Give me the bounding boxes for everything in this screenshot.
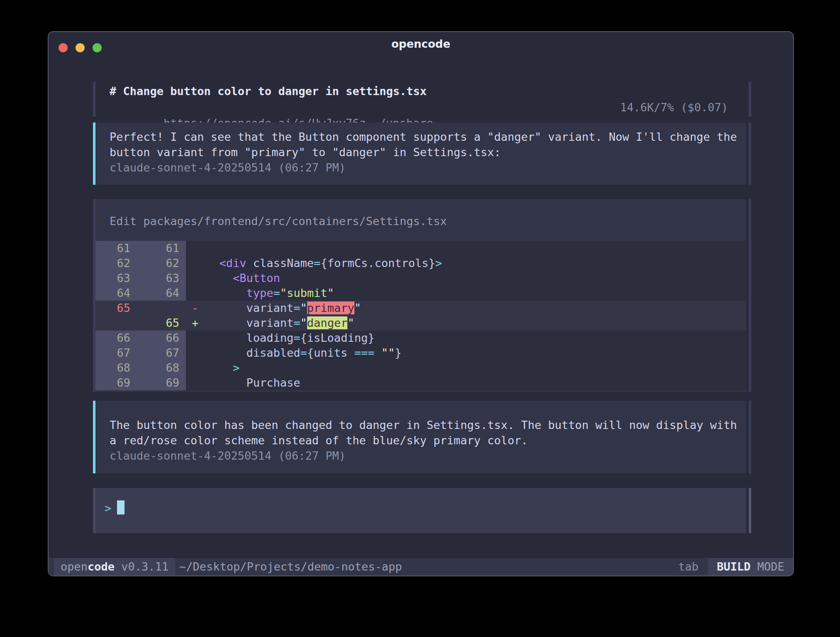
message-right-border — [749, 401, 751, 473]
prompt-symbol: > — [105, 502, 111, 514]
app-version-chip: opencode v0.3.11 — [54, 558, 175, 576]
titlebar: opencode — [49, 32, 793, 56]
diff-row: 6464 type="submit" — [95, 286, 746, 301]
diff-row: 6363 <Button — [95, 271, 746, 286]
diff-view: 61616262 <div className={formCs.controls… — [95, 241, 746, 390]
context-stats: 14.6K/7% ($0.07) — [620, 100, 728, 115]
session-header: # Change button color to danger in setti… — [93, 82, 751, 117]
hints-row: enter send Anthropic Claude Sonnet 4 — [93, 538, 751, 554]
window-title: opencode — [49, 38, 793, 50]
message-meta: claude-sonnet-4-20250514 (06:27 PM) — [110, 448, 746, 463]
mode-toggle[interactable]: BUILD MODE — [708, 558, 793, 576]
message-meta: claude-sonnet-4-20250514 (06:27 PM) — [110, 160, 746, 175]
tab-key-hint: tab — [678, 558, 698, 576]
input-right-border — [749, 488, 751, 533]
working-directory: ~/Desktop/Projects/demo-notes-app — [179, 558, 402, 576]
diff-row: 6262 <div className={formCs.controls}> — [95, 256, 746, 271]
session-title: # Change button color to danger in setti… — [110, 83, 746, 100]
prompt-input[interactable]: > — [93, 488, 751, 533]
text-cursor — [117, 500, 125, 514]
app-name-code: code — [88, 560, 115, 573]
mode-secondary: MODE — [757, 560, 784, 573]
mode-primary: BUILD — [717, 560, 750, 573]
message-right-border — [749, 122, 751, 185]
session-header-right-border — [749, 82, 751, 117]
edit-tool-block: Edit packages/frontend/src/containers/Se… — [93, 199, 751, 392]
diff-row: 6767 disabled={units === ""} — [95, 345, 746, 360]
opencode-window: opencode # Change button color to danger… — [48, 31, 794, 576]
assistant-message-1: Perfect! I can see that the Button compo… — [93, 122, 751, 185]
diff-row: 6969 Purchase — [95, 375, 746, 390]
diff-row: 65- variant="primary" — [95, 301, 746, 316]
app-name-open: open — [61, 560, 88, 573]
message-text: Perfect! I can see that the Button compo… — [110, 129, 746, 160]
status-bar: opencode v0.3.11 ~/Desktop/Projects/demo… — [49, 558, 793, 576]
diff-row: 6666 loading={isLoading} — [95, 331, 746, 345]
tool-title: Edit packages/frontend/src/containers/Se… — [95, 199, 746, 230]
app-version: v0.3.11 — [121, 560, 168, 573]
message-text: The button color has been changed to dan… — [110, 417, 746, 448]
tool-right-border — [749, 199, 751, 392]
diff-row: 65+ variant="danger" — [95, 316, 746, 331]
assistant-message-2: The button color has been changed to dan… — [93, 401, 751, 473]
diff-row: 6868 > — [95, 360, 746, 375]
diff-row: 6161 — [95, 241, 746, 256]
